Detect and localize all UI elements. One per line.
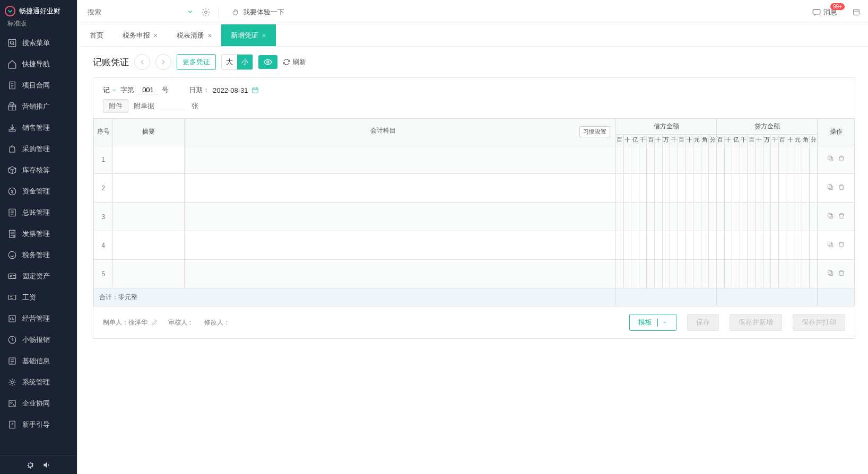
amt-cell[interactable] xyxy=(647,260,655,288)
settings-icon[interactable] xyxy=(201,7,211,17)
sidebar-divider[interactable] xyxy=(77,0,80,474)
sidebar-item-7[interactable]: 资金管理 xyxy=(0,181,77,202)
amt-cell[interactable] xyxy=(623,145,631,174)
subject-cell[interactable] xyxy=(185,145,616,174)
sidebar-item-4[interactable]: 销售管理 xyxy=(0,117,77,138)
amt-cell[interactable] xyxy=(771,260,779,288)
amt-cell[interactable] xyxy=(678,203,685,231)
close-icon[interactable]: × xyxy=(262,31,266,40)
amt-cell[interactable] xyxy=(794,260,802,288)
amt-cell[interactable] xyxy=(616,260,624,288)
copy-icon[interactable] xyxy=(827,155,834,162)
amt-cell[interactable] xyxy=(701,174,709,203)
gear-icon[interactable] xyxy=(25,460,35,470)
save-print-button[interactable]: 保存并打印 xyxy=(793,314,845,331)
message-button[interactable]: 消息 99+ xyxy=(812,7,837,17)
amt-cell[interactable] xyxy=(709,260,717,288)
sidebar-item-15[interactable]: 基础信息 xyxy=(0,350,77,372)
attach-count-input[interactable] xyxy=(160,102,186,110)
amt-cell[interactable] xyxy=(763,260,771,288)
amt-cell[interactable] xyxy=(724,174,732,203)
amt-cell[interactable] xyxy=(786,203,794,231)
amt-cell[interactable] xyxy=(647,145,655,174)
amt-cell[interactable] xyxy=(740,231,748,260)
amt-cell[interactable] xyxy=(639,260,647,288)
search-input[interactable] xyxy=(88,6,187,18)
amt-cell[interactable] xyxy=(794,174,802,203)
copy-icon[interactable] xyxy=(827,269,834,277)
amt-cell[interactable] xyxy=(810,231,818,260)
amt-cell[interactable] xyxy=(724,145,732,174)
amt-cell[interactable] xyxy=(631,145,639,174)
amt-cell[interactable] xyxy=(717,203,725,231)
amt-cell[interactable] xyxy=(701,145,709,174)
sidebar-item-5[interactable]: 采购管理 xyxy=(0,138,77,160)
amt-cell[interactable] xyxy=(756,260,763,288)
amt-cell[interactable] xyxy=(662,145,670,174)
tab-3[interactable]: 新增凭证× xyxy=(221,24,275,46)
amt-cell[interactable] xyxy=(631,174,639,203)
amt-cell[interactable] xyxy=(786,260,794,288)
amt-cell[interactable] xyxy=(662,174,670,203)
amt-cell[interactable] xyxy=(662,231,670,260)
amt-cell[interactable] xyxy=(693,231,701,260)
amt-cell[interactable] xyxy=(732,203,740,231)
amt-cell[interactable] xyxy=(670,260,678,288)
amt-cell[interactable] xyxy=(647,231,655,260)
amt-cell[interactable] xyxy=(709,145,717,174)
amt-cell[interactable] xyxy=(802,260,810,288)
amt-cell[interactable] xyxy=(771,145,779,174)
amt-cell[interactable] xyxy=(748,203,756,231)
amt-cell[interactable] xyxy=(670,203,678,231)
amt-cell[interactable] xyxy=(740,260,748,288)
amt-cell[interactable] xyxy=(693,260,701,288)
prev-button[interactable] xyxy=(134,54,150,70)
calendar-icon[interactable] xyxy=(251,86,259,94)
amt-cell[interactable] xyxy=(724,231,732,260)
amt-cell[interactable] xyxy=(670,231,678,260)
amt-cell[interactable] xyxy=(685,203,693,231)
amt-cell[interactable] xyxy=(670,145,678,174)
amt-cell[interactable] xyxy=(802,231,810,260)
amt-cell[interactable] xyxy=(763,145,771,174)
try-tip[interactable]: 我要体验一下 xyxy=(231,7,284,17)
amt-cell[interactable] xyxy=(639,145,647,174)
amt-cell[interactable] xyxy=(732,231,740,260)
trash-icon[interactable] xyxy=(838,155,845,162)
sidebar-item-16[interactable]: 系统管理 xyxy=(0,372,77,393)
expand-icon[interactable] xyxy=(852,8,861,16)
subject-cell[interactable] xyxy=(185,203,616,231)
amt-cell[interactable] xyxy=(647,203,655,231)
template-button[interactable]: 模板 xyxy=(629,314,676,331)
amt-cell[interactable] xyxy=(724,260,732,288)
amt-cell[interactable] xyxy=(724,203,732,231)
habit-settings-button[interactable]: 习惯设置 xyxy=(579,126,610,137)
tab-0[interactable]: 首页 xyxy=(80,24,113,46)
amt-cell[interactable] xyxy=(685,260,693,288)
subject-cell[interactable] xyxy=(185,231,616,260)
amt-cell[interactable] xyxy=(732,260,740,288)
trash-icon[interactable] xyxy=(838,183,845,191)
sidebar-item-3[interactable]: 营销推广 xyxy=(0,96,77,117)
amt-cell[interactable] xyxy=(623,174,631,203)
summary-cell[interactable] xyxy=(113,203,185,231)
amt-cell[interactable] xyxy=(740,203,748,231)
amt-cell[interactable] xyxy=(655,145,663,174)
sidebar-item-12[interactable]: 工资 xyxy=(0,287,77,308)
amt-cell[interactable] xyxy=(616,145,624,174)
amt-cell[interactable] xyxy=(623,260,631,288)
amt-cell[interactable] xyxy=(763,231,771,260)
sidebar-item-9[interactable]: 发票管理 xyxy=(0,223,77,244)
amt-cell[interactable] xyxy=(655,260,663,288)
amt-cell[interactable] xyxy=(717,260,725,288)
amt-cell[interactable] xyxy=(778,174,786,203)
amt-cell[interactable] xyxy=(662,203,670,231)
amt-cell[interactable] xyxy=(693,145,701,174)
sidebar-item-11[interactable]: 固定资产 xyxy=(0,266,77,287)
amt-cell[interactable] xyxy=(748,145,756,174)
amt-cell[interactable] xyxy=(647,174,655,203)
amt-cell[interactable] xyxy=(685,231,693,260)
sidebar-item-1[interactable]: 快捷导航 xyxy=(0,54,77,75)
amt-cell[interactable] xyxy=(631,203,639,231)
amt-cell[interactable] xyxy=(623,231,631,260)
